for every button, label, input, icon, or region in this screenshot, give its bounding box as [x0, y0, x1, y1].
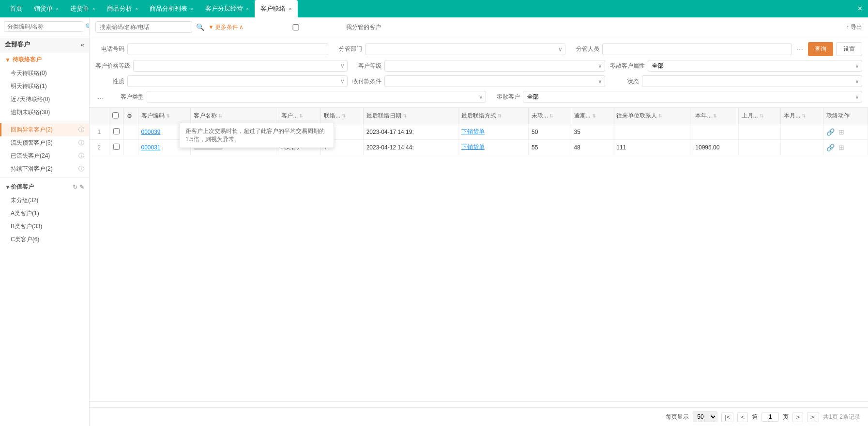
- retail-attr-select[interactable]: 全部: [648, 60, 862, 72]
- sidebar-item-churned[interactable]: 已流失客户(24) ⓘ: [0, 149, 89, 162]
- sidebar-item-b-class[interactable]: B类客户(33): [0, 220, 89, 233]
- row4-more-dots[interactable]: ...: [97, 92, 104, 101]
- row-last-contact-method[interactable]: 下销货单: [458, 140, 529, 155]
- sort-contact-icon[interactable]: ⇅: [342, 113, 346, 118]
- nav-product-analysis-list[interactable]: 商品分析列表 ×: [144, 0, 199, 17]
- nav-sales-order[interactable]: 销货单 ×: [28, 0, 64, 17]
- close-customer-contact-icon[interactable]: ×: [289, 6, 291, 12]
- col-last-contact-date: 最后联络日期 ⇅: [363, 108, 458, 124]
- sidebar-item-today-contact[interactable]: 今天待联络(0): [0, 67, 89, 80]
- row-spacer: [123, 140, 138, 155]
- row-link-icon[interactable]: 🔗: [826, 128, 835, 136]
- setting-button[interactable]: 设置: [836, 42, 862, 56]
- sidebar-item-repurchase-abnormal[interactable]: 回购异常客户(2) ⓘ: [0, 123, 89, 136]
- row-checkbox[interactable]: [113, 128, 120, 134]
- close-product-analysis-icon[interactable]: ×: [135, 6, 138, 12]
- nav-customer-layer[interactable]: 客户分层经营 ×: [199, 0, 255, 17]
- close-all-tabs-button[interactable]: ×: [858, 4, 862, 13]
- sidebar-item-overdue-contact[interactable]: 逾期未联络(30): [0, 106, 89, 119]
- filter-cell-retail-attr: 零散客户属性 全部 ∨: [610, 60, 862, 72]
- col-unit-contact: 往来单位联系人 ⇅: [613, 108, 692, 124]
- table-settings-icon[interactable]: ⚙: [127, 113, 132, 119]
- gender-select[interactable]: [127, 75, 348, 87]
- row-link-icon[interactable]: 🔗: [826, 144, 835, 151]
- customer-grade-select[interactable]: [384, 60, 605, 72]
- sort-this-month-icon[interactable]: ⇅: [802, 113, 806, 118]
- pay-condition-select[interactable]: [384, 75, 605, 87]
- sort-method-icon[interactable]: ⇅: [498, 113, 502, 118]
- sidebar-item-declining[interactable]: 持续下滑客户(2) ⓘ: [0, 162, 89, 176]
- sort-unit-contact-icon[interactable]: ⇅: [658, 113, 662, 118]
- col-last-contact-method: 最后联络方式 ⇅: [458, 108, 529, 124]
- customer-type-select[interactable]: [147, 91, 486, 103]
- sidebar-search-input[interactable]: [4, 21, 83, 32]
- close-sales-order-icon[interactable]: ×: [56, 6, 59, 12]
- status-select[interactable]: [642, 75, 862, 87]
- sort-code-icon[interactable]: ⇅: [166, 113, 170, 118]
- repurchase-tooltip: 距客户上次交易时长，超过了此客户的平均交易周期的1.5倍，则视为异常。: [179, 123, 334, 148]
- sort-overdue-icon[interactable]: ⇅: [592, 113, 596, 118]
- sort-type-icon[interactable]: ⇅: [299, 113, 303, 118]
- row-last-contact-method[interactable]: 下销货单: [458, 124, 529, 140]
- more-conditions-button[interactable]: ▼ 更多条件 ∧: [208, 23, 244, 31]
- nav-customer-contact[interactable]: 客户联络 ×: [255, 0, 297, 17]
- sidebar-item-ungrouped[interactable]: 未分组(32): [0, 194, 89, 207]
- row-checkbox[interactable]: [113, 144, 120, 150]
- row-last-month: [738, 124, 781, 140]
- close-customer-layer-icon[interactable]: ×: [246, 6, 249, 12]
- table-area: ⚙ 客户编码 ⇅ 客户名称 ⇅: [90, 108, 868, 401]
- nav-purchase-order[interactable]: 进货单 ×: [64, 0, 101, 17]
- sidebar-waiting-contact-group[interactable]: ▼ 待联络客户: [0, 53, 89, 67]
- horizontal-scrollbar[interactable]: [90, 401, 868, 407]
- sidebar-collapse-icon[interactable]: «: [81, 41, 84, 48]
- sidebar-item-a-class[interactable]: A类客户(1): [0, 207, 89, 220]
- row-index: 2: [90, 140, 109, 155]
- col-uncontacted: 未联... ⇅: [528, 108, 571, 124]
- sort-date-icon[interactable]: ⇅: [403, 113, 407, 118]
- row-actions: 🔗 ⊞: [823, 140, 868, 155]
- export-button[interactable]: ↑ 导出: [846, 23, 862, 31]
- dept-select[interactable]: [365, 44, 566, 55]
- left-sidebar: 🔍 全部客户 « ▼ 待联络客户 今天待联络(0) 明天待联络(1) 近7天待联…: [0, 17, 90, 426]
- retail-customer-select-wrapper: 全部 ∨: [523, 91, 862, 103]
- row-grid-icon[interactable]: ⊞: [838, 128, 844, 136]
- next-page-button[interactable]: >: [792, 412, 803, 422]
- nav-home[interactable]: 首页: [4, 0, 28, 17]
- query-button[interactable]: 查询: [808, 42, 833, 56]
- sort-last-month-icon[interactable]: ⇅: [760, 113, 763, 118]
- edit-icon[interactable]: ✎: [79, 184, 84, 191]
- my-customer-checkbox[interactable]: [247, 24, 344, 30]
- search-input[interactable]: [95, 21, 192, 33]
- sort-name-icon[interactable]: ⇅: [218, 113, 222, 118]
- first-page-button[interactable]: |<: [721, 412, 733, 422]
- sidebar-value-customers-group[interactable]: ▼ 价值客户 ↻ ✎: [0, 180, 89, 194]
- price-grade-select[interactable]: [133, 60, 348, 72]
- search-button[interactable]: 🔍: [196, 23, 204, 31]
- page-number-input[interactable]: [761, 412, 779, 422]
- sidebar-item-tomorrow-contact[interactable]: 明天待联络(1): [0, 80, 89, 93]
- sidebar-item-7days-contact[interactable]: 近7天待联络(0): [0, 93, 89, 106]
- customer-type-label: 客户类型: [115, 93, 144, 101]
- sidebar-item-c-class[interactable]: C类客户(6): [0, 233, 89, 246]
- phone-input[interactable]: [127, 44, 328, 55]
- last-page-button[interactable]: >|: [807, 412, 819, 422]
- sort-uncontacted-icon[interactable]: ⇅: [549, 113, 553, 118]
- close-purchase-order-icon[interactable]: ×: [92, 6, 95, 12]
- info-icon-churned: ⓘ: [78, 152, 84, 160]
- close-product-list-icon[interactable]: ×: [190, 6, 193, 12]
- customer-grade-select-wrapper: ∨: [384, 60, 605, 72]
- row-grid-icon[interactable]: ⊞: [838, 144, 844, 151]
- per-page-select[interactable]: 50 20 100 200: [693, 411, 717, 422]
- sort-this-year-icon[interactable]: ⇅: [713, 113, 717, 118]
- refresh-icon[interactable]: ↻: [73, 184, 77, 191]
- sidebar-search-icon[interactable]: 🔍: [85, 23, 90, 30]
- prev-page-button[interactable]: <: [737, 412, 748, 422]
- nav-product-analysis[interactable]: 商品分析 ×: [101, 0, 144, 17]
- person-label: 分管人员: [570, 45, 599, 53]
- retail-customer-select[interactable]: 全部: [523, 91, 862, 103]
- person-more-button[interactable]: ···: [797, 45, 803, 54]
- my-customer-checkbox-area[interactable]: 我分管的客户: [247, 23, 381, 31]
- sidebar-item-churn-warning[interactable]: 流失预警客户(3) ⓘ: [0, 136, 89, 149]
- select-all-checkbox[interactable]: [112, 112, 119, 118]
- person-input[interactable]: [602, 44, 792, 55]
